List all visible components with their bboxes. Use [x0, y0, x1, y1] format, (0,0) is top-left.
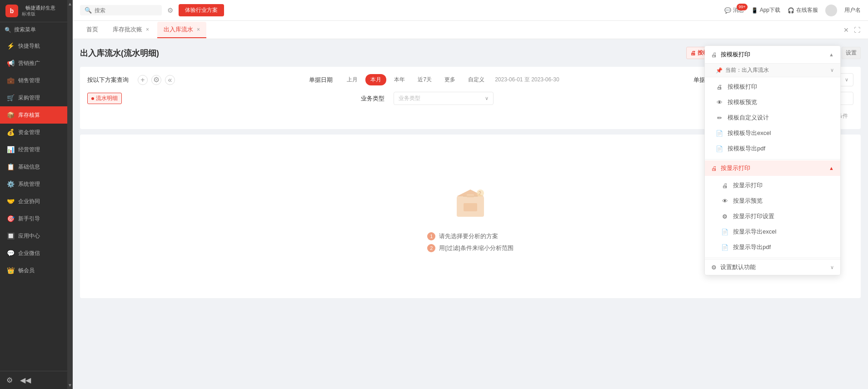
sidebar-item-finance[interactable]: 💰 资金管理 — [0, 124, 67, 141]
sidebar-item-quick-nav[interactable]: ⚡ 快捷导航 — [0, 37, 67, 55]
step-num-2: 2 — [427, 244, 435, 252]
window-maximize-btn[interactable]: ⛶ — [853, 26, 861, 34]
avatar-name[interactable]: 用户名 — [844, 6, 861, 14]
filter-settings-btn[interactable]: ⚙ — [151, 75, 161, 85]
dropdown-footer[interactable]: ⚙ 设置默认功能 ∨ — [705, 259, 840, 275]
dropdown-item-display-excel[interactable]: 📄 按显示导出excel — [705, 224, 840, 239]
footer-arrow[interactable]: ∨ — [830, 264, 834, 270]
dropdown-item-template-pdf[interactable]: 📄 按模板导出pdf — [705, 141, 840, 156]
purchase-icon: 🛒 — [6, 94, 15, 102]
dropdown-header-arrow[interactable]: ▲ — [829, 52, 834, 57]
date-range-display: 2023-06-01 至 2023-06-30 — [495, 76, 559, 84]
app-download-label: App下载 — [760, 6, 780, 14]
current-flow-icon: 📌 — [716, 67, 723, 74]
current-arrow[interactable]: ∨ — [830, 67, 834, 73]
dropdown-header-label: 按模板打印 — [721, 50, 750, 59]
online-service-label: 在线客服 — [796, 6, 818, 14]
sidebar-item-sales[interactable]: 💼 销售管理 — [0, 72, 67, 89]
collapse-sidebar-icon[interactable]: ◀◀ — [20, 376, 31, 384]
dropdown-item-display-preview[interactable]: 👁 按显示预览 — [705, 193, 840, 209]
dropdown-item-label: 模板自定义设计 — [728, 114, 769, 122]
sidebar-item-marketing[interactable]: 📢 营销推广 — [0, 55, 67, 72]
header-gear-icon[interactable]: ⚙ — [167, 6, 173, 15]
footer-divider — [705, 258, 840, 258]
date-filter-tags: 上月 本月 本年 近7天 更多 自定义 2023-06-01 至 2023-06… — [342, 74, 559, 85]
filter-add-btns: + ⚙ « — [138, 75, 175, 85]
tab-inventory-batch[interactable]: 库存批次账 × — [106, 22, 155, 38]
members-icon: 👑 — [6, 266, 15, 274]
sidebar-item-purchase[interactable]: 🛒 采购管理 — [0, 89, 67, 106]
search-icon: 🔍 — [5, 27, 11, 33]
tab-inout-flow[interactable]: 出入库流水 × — [157, 22, 206, 38]
dropdown-item-label: 按模板导出excel — [728, 129, 771, 137]
date-tag-more[interactable]: 更多 — [439, 74, 460, 85]
settings-gear-icon[interactable]: ⚙ — [6, 376, 13, 384]
filter-scheme-label: 按以下方案查询 — [87, 76, 129, 84]
dropdown-item-template-print[interactable]: 🖨 按模板打印 — [705, 79, 840, 95]
sidebar-item-corp-collab[interactable]: 🤝 企业协同 — [0, 193, 67, 210]
trial-btn[interactable]: 体验行业方案 — [179, 4, 224, 16]
scroll-down-arrow[interactable]: ▼ — [68, 381, 72, 389]
date-tag-this-year[interactable]: 本年 — [389, 74, 410, 85]
scroll-up-arrow[interactable]: ▲ — [68, 0, 72, 8]
window-close-btn[interactable]: ✕ — [843, 26, 850, 34]
dropdown-item-label: 按显示导出excel — [733, 228, 776, 236]
sidebar-item-members[interactable]: 👑 畅会员 — [0, 262, 67, 279]
dropdown-item-display-print[interactable]: 🖨 按显示打印 — [705, 178, 840, 193]
sidebar-item-corp-wechat[interactable]: 💬 企业微信 — [0, 244, 67, 262]
template-pdf-icon: 📄 — [716, 145, 723, 152]
avatar[interactable] — [825, 5, 837, 16]
sidebar-item-newbie[interactable]: 🎯 新手引导 — [0, 210, 67, 227]
date-tag-last-month[interactable]: 上月 — [342, 74, 363, 85]
empty-step-1: 1 请先选择要分析的方案 — [427, 232, 513, 240]
biz-type-arrow: ∨ — [485, 95, 489, 101]
dropdown-item-display-pdf[interactable]: 📄 按显示导出pdf — [705, 239, 840, 255]
header-search-bar[interactable]: 🔍 — [80, 5, 162, 15]
tab-close-inventory-batch[interactable]: × — [146, 26, 149, 33]
sidebar-item-inventory[interactable]: 📦 库存核算 — [0, 106, 67, 124]
sidebar-item-app-center[interactable]: 🔲 应用中心 — [0, 227, 67, 244]
dropdown-header[interactable]: 🖨 按模板打印 ▲ — [705, 46, 840, 64]
template-design-icon: ✏ — [716, 114, 723, 121]
online-service-action[interactable]: 🎧 在线客服 — [788, 6, 818, 14]
dropdown-item-label: 按显示打印设置 — [733, 212, 774, 220]
display-section-arrow[interactable]: ▲ — [829, 165, 834, 171]
sidebar-item-label: 新手引导 — [18, 215, 40, 223]
tag-dot — [91, 97, 94, 100]
sidebar-item-label: 应用中心 — [18, 232, 40, 240]
sidebar: b 畅捷通好生意 标准版 🔍 搜索菜单 ⚡ 快捷导航 📢 营销推广 💼 销售管理 — [0, 0, 67, 389]
app-download-action[interactable]: 📱 App下载 — [751, 6, 780, 14]
message-action[interactable]: 💬 消息 99+ — [724, 6, 744, 14]
print-icon: 🖨 — [690, 50, 696, 56]
dropdown-item-display-settings[interactable]: ⚙ 按显示打印设置 — [705, 209, 840, 224]
dropdown-item-template-design[interactable]: ✏ 模板自定义设计 — [705, 110, 840, 125]
dropdown-item-template-preview[interactable]: 👁 按模板预览 — [705, 95, 840, 110]
sidebar-item-basics[interactable]: 📋 基础信息 — [0, 158, 67, 175]
quick-nav-icon: ⚡ — [6, 42, 15, 50]
sidebar-item-system[interactable]: ⚙️ 系统管理 — [0, 175, 67, 193]
tab-home[interactable]: 首页 — [80, 22, 105, 38]
section-divider — [705, 159, 840, 160]
tab-close-inout-flow[interactable]: × — [197, 26, 200, 33]
template-preview-icon: 👁 — [716, 99, 723, 106]
dropdown-item-label: 按模板打印 — [728, 83, 757, 91]
add-condition-btn[interactable]: + — [138, 75, 148, 85]
date-tag-7-days[interactable]: 近7天 — [413, 74, 437, 85]
footer-label: 设置默认功能 — [720, 263, 756, 271]
sidebar-search[interactable]: 🔍 搜索菜单 — [0, 22, 67, 37]
sidebar-item-label: 销售管理 — [18, 77, 40, 85]
empty-illustration: ? — [448, 180, 493, 226]
template-print-item-icon: 🖨 — [716, 83, 723, 90]
sidebar-item-label: 营销推广 — [18, 60, 40, 67]
settings-btn[interactable]: 设置 — [842, 47, 861, 59]
header-search-input[interactable] — [95, 7, 157, 14]
filter-collapse-btn[interactable]: « — [165, 75, 175, 85]
app-brand: 畅捷通好生意 — [25, 5, 55, 11]
sidebar-item-operations[interactable]: 📊 经营管理 — [0, 141, 67, 158]
dropdown-item-template-excel[interactable]: 📄 按模板导出excel — [705, 125, 840, 141]
dropdown-item-label: 按显示导出pdf — [733, 243, 771, 251]
dropdown-display-section-header[interactable]: 🖨 按显示打印 ▲ — [705, 160, 840, 176]
date-tag-custom[interactable]: 自定义 — [463, 74, 489, 85]
date-tag-this-month[interactable]: 本月 — [365, 74, 386, 85]
biz-type-select[interactable]: 业务类型 ∨ — [394, 92, 494, 105]
